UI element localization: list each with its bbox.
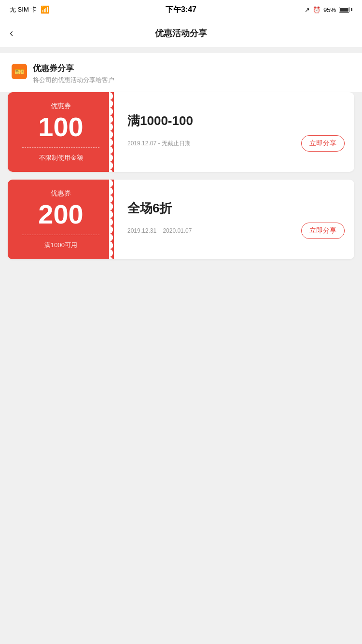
section-subtitle: 将公司的优惠活动分享给客户 [33,76,114,84]
wifi-icon: 📶 [41,5,50,14]
coupon-right-0: 满1000-100 2019.12.07 - 无截止日期 立即分享 [114,92,354,172]
coupon-amount-0: 100 [38,113,83,140]
coupon-bottom-row-0: 2019.12.07 - 无截止日期 立即分享 [127,135,345,152]
coupon-list: 优惠券 100 不限制使用金额 满1000-100 2019.12.07 - 无… [0,92,362,267]
coupon-name-1: 全场6折 [127,200,345,217]
coupon-condition-1: 满1000可用 [44,241,77,250]
alarm-icon: ⏰ [313,6,320,14]
coupon-label-1: 优惠券 [51,189,71,198]
coupon-condition-0: 不限制使用金额 [39,154,83,162]
location-icon: ↗ [305,6,310,14]
status-left: 无 SIM 卡 📶 [10,5,50,14]
status-time: 下午3:47 [166,5,196,15]
bottom-area [0,267,362,508]
section-text-wrap: 优惠券分享 将公司的优惠活动分享给客户 [33,63,114,84]
share-button-0[interactable]: 立即分享 [301,135,345,152]
coupon-date-1: 2019.12.31 – 2020.01.07 [127,227,192,234]
top-separator [0,47,362,53]
coupon-card: 优惠券 100 不限制使用金额 满1000-100 2019.12.07 - 无… [8,92,354,172]
coupon-left-1: 优惠券 200 满1000可用 [8,180,114,259]
coupon-right-1: 全场6折 2019.12.31 – 2020.01.07 立即分享 [114,180,354,259]
coupon-icon-emoji: 🎫 [14,67,24,76]
coupon-date-0: 2019.12.07 - 无截止日期 [127,140,191,148]
nav-bar: ‹ 优惠活动分享 [0,19,362,47]
share-button-1[interactable]: 立即分享 [301,223,345,239]
coupon-amount-1: 200 [38,201,83,228]
page-title: 优惠活动分享 [155,28,207,39]
section-header: 🎫 优惠券分享 将公司的优惠活动分享给客户 [0,53,362,92]
battery-icon [339,7,352,13]
back-button[interactable]: ‹ [10,27,13,40]
battery-percent: 95% [323,6,336,14]
status-bar: 无 SIM 卡 📶 下午3:47 ↗ ⏰ 95% [0,0,362,19]
status-right: ↗ ⏰ 95% [305,6,352,14]
section-icon: 🎫 [12,64,27,79]
section-title: 优惠券分享 [33,63,114,74]
coupon-left-0: 优惠券 100 不限制使用金额 [8,92,114,172]
coupon-label-0: 优惠券 [51,102,71,111]
coupon-bottom-row-1: 2019.12.31 – 2020.01.07 立即分享 [127,223,345,239]
coupon-divider-0 [22,147,99,148]
carrier-label: 无 SIM 卡 [10,5,37,14]
coupon-divider-1 [22,235,99,235]
coupon-card: 优惠券 200 满1000可用 全场6折 2019.12.31 – 2020.0… [8,180,354,259]
coupon-name-0: 满1000-100 [127,112,345,129]
